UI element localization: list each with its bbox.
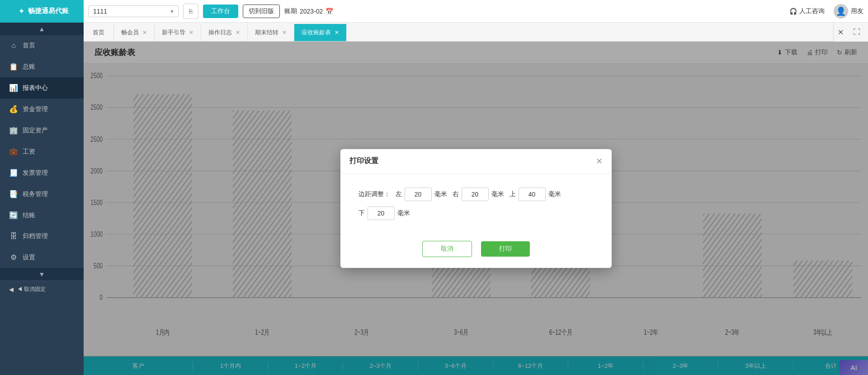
sidebar-label-home: 首页 (23, 42, 35, 50)
company-name: 1111 (93, 8, 167, 15)
sidebar-collapse-button[interactable]: ◀ ◀ 取消固定 (0, 281, 84, 298)
ledger-icon: 📋 (9, 62, 18, 71)
modal-body: 边距调整： 左 毫米 右 毫米 (340, 174, 612, 234)
margin-left-unit: 毫米 (434, 190, 447, 198)
tab-label-ar-aging: 应收账龄表 (302, 28, 331, 37)
margin-right-label: 右 (453, 190, 459, 198)
logo-icon: ✦ (19, 7, 24, 15)
sidebar: ▲ ⌂ 首页 📋 总账 📊 报表中心 💰 资金管理 🏢 固定资产 💼 工资 🧾 … (0, 23, 84, 375)
sidebar-item-home[interactable]: ⌂ 首页 (0, 35, 84, 56)
modal-footer: 取消 打印 (340, 234, 612, 268)
margin-row: 边距调整： 左 毫米 右 毫米 (359, 188, 594, 220)
consult-button[interactable]: 🎧 人工咨询 (789, 7, 825, 15)
main-layout: ▲ ⌂ 首页 📋 总账 📊 报表中心 💰 资金管理 🏢 固定资产 💼 工资 🧾 … (0, 23, 868, 375)
margin-left-label: 左 (396, 190, 402, 198)
sidebar-item-salary[interactable]: 💼 工资 (0, 141, 84, 162)
tab-member[interactable]: 畅会员 ✕ (114, 24, 155, 41)
workbench-button[interactable]: 工作台 (203, 5, 238, 18)
top-header: ✦ 畅捷通易代账 1111 ▾ ⎘ 工作台 切到旧版 账期 2023-02 📅 … (0, 0, 868, 23)
margin-right-group: 右 毫米 (453, 188, 504, 201)
tab-label-period-end: 期末结转 (255, 28, 278, 37)
period-label: 账期 (284, 7, 297, 15)
maximize-button[interactable]: ⛶ (850, 25, 863, 39)
margin-top-input[interactable] (519, 188, 546, 201)
sidebar-item-archive-mgmt[interactable]: 🗄 归档管理 (0, 226, 84, 247)
logo-text: 畅捷通易代账 (28, 7, 69, 15)
tab-bar: 首页 畅会员 ✕ 新手引导 ✕ 操作日志 ✕ 期末结转 ✕ 应收账龄表 ✕ (84, 23, 868, 42)
chevron-down-icon: ▾ (170, 8, 174, 15)
scroll-up-button[interactable]: ▲ (0, 23, 84, 35)
margin-bottom-input[interactable] (368, 206, 395, 220)
period-area: 账期 2023-02 📅 (284, 7, 333, 15)
tab-label-operation-log: 操作日志 (208, 28, 232, 37)
tab-ar-aging[interactable]: 应收账龄表 ✕ (294, 24, 346, 41)
sidebar-item-settings[interactable]: ⚙ 设置 (0, 247, 84, 268)
print-settings-modal: 打印设置 ✕ 边距调整： 左 毫米 (340, 149, 612, 268)
tab-close-operation-log[interactable]: ✕ (236, 29, 240, 36)
copy-icon: ⎘ (189, 8, 193, 15)
header-right: 🎧 人工咨询 👤 用友 (789, 4, 863, 19)
margin-top-unit: 毫米 (548, 190, 561, 198)
invoice-icon: 🧾 (9, 169, 18, 177)
maximize-icon: ⛶ (853, 28, 860, 36)
sidebar-item-report-center[interactable]: 📊 报表中心 (0, 77, 84, 98)
sidebar-label-invoice-mgmt: 发票管理 (23, 169, 48, 177)
sidebar-label-fund-mgmt: 资金管理 (23, 105, 48, 113)
salary-icon: 💼 (9, 147, 18, 156)
scroll-down-button[interactable]: ▼ (0, 268, 84, 281)
confirm-print-button[interactable]: 打印 (481, 241, 530, 257)
margin-bottom-group: 下 毫米 (359, 206, 410, 220)
sidebar-label-tax-mgmt: 税务管理 (23, 190, 48, 198)
tab-label-home: 首页 (93, 28, 104, 37)
avatar: 👤 (834, 4, 848, 19)
tab-operation-log[interactable]: 操作日志 ✕ (201, 24, 248, 41)
margin-right-input[interactable] (462, 188, 489, 201)
close-icon: ✕ (838, 28, 844, 37)
modal-overlay: 打印设置 ✕ 边距调整： 左 毫米 (84, 42, 868, 375)
cancel-button[interactable]: 取消 (422, 241, 472, 257)
sidebar-item-fund-mgmt[interactable]: 💰 资金管理 (0, 98, 84, 120)
sidebar-label-salary: 工资 (23, 148, 35, 156)
margin-label: 边距调整： (359, 190, 390, 198)
sidebar-item-settlement[interactable]: 🔄 结账 (0, 205, 84, 226)
headset-icon: 🎧 (789, 8, 797, 15)
close-window-button[interactable]: ✕ (834, 25, 847, 39)
company-select[interactable]: 1111 ▾ (88, 5, 179, 17)
archive-icon: 🗄 (9, 232, 18, 240)
report-icon: 📊 (9, 84, 18, 92)
collapse-icon: ◀ (9, 286, 14, 293)
modal-close-button[interactable]: ✕ (596, 156, 603, 166)
fund-icon: 💰 (9, 105, 18, 113)
sidebar-label-fixed-assets: 固定资产 (23, 127, 48, 135)
user-label: 用友 (851, 7, 863, 15)
tab-label-guide: 新手引导 (162, 28, 185, 37)
tab-guide[interactable]: 新手引导 ✕ (155, 24, 201, 41)
sidebar-item-tax-mgmt[interactable]: 📑 税务管理 (0, 183, 84, 205)
user-area[interactable]: 👤 用友 (834, 4, 863, 19)
sidebar-item-general-ledger[interactable]: 📋 总账 (0, 56, 84, 77)
tab-close-guide[interactable]: ✕ (189, 29, 193, 36)
switch-old-button[interactable]: 切到旧版 (243, 5, 280, 18)
assets-icon: 🏢 (9, 126, 18, 135)
sidebar-item-fixed-assets[interactable]: 🏢 固定资产 (0, 120, 84, 141)
margin-left-input[interactable] (405, 188, 432, 201)
tab-close-ar-aging[interactable]: ✕ (335, 29, 339, 36)
tab-close-member[interactable]: ✕ (142, 29, 147, 36)
tab-period-end[interactable]: 期末结转 ✕ (248, 24, 294, 41)
home-icon: ⌂ (9, 42, 18, 50)
settings-icon: ⚙ (9, 253, 18, 262)
sidebar-item-invoice-mgmt[interactable]: 🧾 发票管理 (0, 162, 84, 183)
margin-top-group: 上 毫米 (509, 188, 561, 201)
tab-close-period-end[interactable]: ✕ (282, 29, 287, 36)
sidebar-label-settlement: 结账 (23, 211, 35, 220)
modal-title: 打印设置 (349, 156, 378, 166)
calendar-icon[interactable]: 📅 (326, 8, 333, 15)
margin-bottom-unit: 毫米 (397, 209, 410, 217)
modal-header: 打印设置 ✕ (340, 149, 612, 174)
margin-left-group: 左 毫米 (396, 188, 447, 201)
sidebar-label-settings: 设置 (23, 253, 35, 262)
tab-label-member: 畅会员 (121, 28, 139, 37)
copy-button[interactable]: ⎘ (183, 4, 198, 19)
tab-home[interactable]: 首页 (84, 24, 114, 41)
tax-icon: 📑 (9, 190, 18, 198)
